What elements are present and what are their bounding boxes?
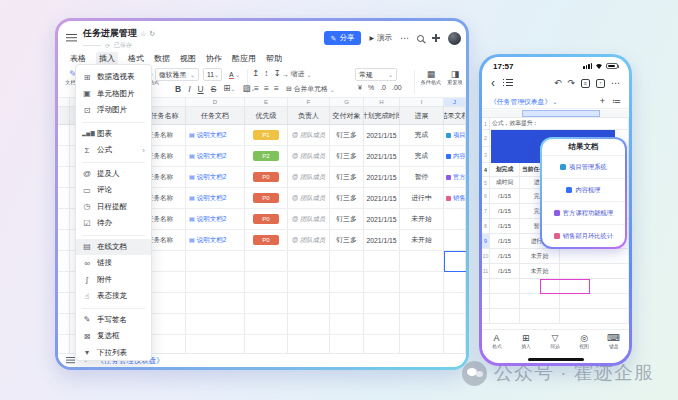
app-menu-icon[interactable] [66, 33, 77, 43]
percent-button[interactable]: % [368, 84, 374, 91]
result-doc-link[interactable]: 项目管理系统 [542, 156, 625, 179]
result-doc-link[interactable] [444, 230, 466, 250]
result-doc-link[interactable]: 官方课程功能梳理 [444, 167, 466, 187]
phone-empty-row[interactable] [482, 294, 629, 309]
col-letter[interactable]: H [364, 98, 400, 106]
corner-cell[interactable] [58, 98, 70, 106]
task-doc-link[interactable]: ▤说明文档2 [186, 188, 245, 208]
format-button[interactable]: A格式 [491, 333, 503, 352]
header-cell[interactable]: 任务文档 [186, 107, 245, 124]
task-doc-link[interactable]: ▤说明文档2 [186, 125, 245, 145]
menu-item-signature[interactable]: ✎手写签名 [76, 312, 151, 329]
menu-item-checkbox[interactable]: ⊠复选框 [76, 328, 151, 345]
menu-table[interactable]: 表格 [70, 53, 86, 64]
menu-item-pivot-table[interactable]: ⊞数据透视表 [76, 69, 151, 86]
result-doc-link[interactable]: 销售部月环比统计 [444, 188, 466, 208]
history-icon[interactable]: ↻ [149, 30, 155, 37]
currency-button[interactable]: ¥ [358, 84, 362, 91]
menu-item-reminder[interactable]: ◷日程提醒 [76, 199, 151, 216]
insert-button[interactable]: ⊞插入 [520, 333, 532, 352]
header-cell[interactable]: 结果文档 [444, 107, 466, 124]
selected-cell[interactable] [444, 251, 466, 272]
menu-item-online-doc[interactable]: ▤在线文档 [76, 239, 151, 256]
menu-format[interactable]: 格式 [128, 53, 144, 64]
phone-empty-row[interactable] [482, 309, 629, 324]
undo-icon[interactable]: ↶ [554, 79, 562, 88]
task-doc-link[interactable]: ▤说明文档2 [186, 209, 245, 229]
strikethrough-button[interactable]: S [211, 85, 217, 94]
borders-button[interactable]: ⊞⌄ [223, 84, 235, 94]
task-doc-link[interactable]: ▤说明文档2 [186, 146, 245, 166]
number-format-select[interactable]: 常规⌄ [355, 68, 397, 81]
phone-row[interactable]: 1 公式，效率提升： [482, 118, 629, 130]
menu-data[interactable]: 数据 [154, 53, 170, 64]
increase-decimal-button[interactable]: .00 [392, 84, 402, 91]
sheet-list-icon[interactable]: ≔ [612, 97, 621, 106]
header-cell[interactable]: 计划完成时间 [364, 107, 400, 124]
share-icon[interactable]: ↑ [596, 79, 605, 88]
result-doc-link[interactable]: 销售部月环比统计 [542, 225, 625, 247]
menu-item-dropdown-list[interactable]: ▾下拉列表 [76, 345, 151, 362]
align-left-icon[interactable]: ≡ [254, 84, 259, 93]
menu-item-todo[interactable]: ☑待办 [76, 215, 151, 232]
menu-coolapp[interactable]: 酷应用 [232, 53, 256, 64]
align-middle-icon[interactable]: ↕ [264, 69, 268, 78]
outline-icon[interactable] [503, 79, 513, 87]
more-button[interactable]: ⋯ [400, 34, 409, 43]
font-color-button[interactable]: A⌄ [226, 68, 243, 81]
menu-item-mention[interactable]: @提及人 [76, 166, 151, 183]
align-top-icon[interactable]: ↥ [252, 69, 259, 78]
decrease-decimal-button[interactable]: .0 [380, 84, 386, 91]
bold-button[interactable]: B [175, 85, 181, 94]
avatar[interactable] [448, 32, 461, 45]
header-cell[interactable]: 优先级 [245, 107, 288, 124]
menu-item-floating-image[interactable]: ⊡浮动图片 [76, 102, 151, 119]
col-letter[interactable]: I [400, 98, 444, 106]
result-doc-link[interactable]: 官方课程功能梳理 [542, 202, 625, 225]
menu-item-attachment[interactable]: ʃ附件 [76, 272, 151, 289]
col-letter-selected[interactable]: J [444, 98, 466, 106]
conditional-format-button[interactable]: ▦ 条件格式 [418, 69, 444, 88]
keyboard-button[interactable]: ⌨键盘 [607, 333, 620, 352]
col-letter[interactable]: E [245, 98, 288, 106]
result-doc-link[interactable]: 内容梳理 [444, 146, 466, 166]
menu-view[interactable]: 视图 [180, 53, 196, 64]
share-button[interactable]: ✎ 分享 [324, 31, 362, 45]
menu-item-chart[interactable]: ▂▅▇图表 [76, 126, 151, 143]
sheet-list-icon[interactable] [66, 357, 75, 364]
menu-help[interactable]: 帮助 [266, 53, 282, 64]
add-icon[interactable] [432, 34, 440, 42]
phone-sheet-tab[interactable]: 《任务管理仪表盘》 [490, 97, 551, 107]
header-cell[interactable]: 负责人 [288, 107, 330, 124]
align-bottom-icon[interactable]: ↧ [273, 69, 280, 78]
back-icon[interactable]: ‹ [491, 77, 495, 89]
menu-item-cell-image[interactable]: ▣单元格图片 [76, 86, 151, 103]
present-button[interactable]: ▶ 演示 [369, 33, 392, 43]
task-doc-link[interactable]: ▤说明文档2 [186, 230, 245, 250]
filter-button[interactable]: ▽ 筛选 [460, 69, 466, 88]
phone-selected-cell[interactable] [540, 279, 590, 294]
col-letter[interactable]: D [186, 98, 245, 106]
underline-button[interactable]: U [198, 85, 204, 94]
result-doc-link[interactable]: 内容梳理 [542, 179, 625, 202]
align-center-icon[interactable]: ≡ [264, 84, 269, 93]
filter-button[interactable]: ▽筛选 [549, 333, 561, 352]
add-sheet-icon[interactable]: + [600, 97, 605, 106]
menu-item-formula[interactable]: Σ公式› [76, 142, 151, 159]
view-button[interactable]: ◎视图 [578, 333, 590, 352]
task-doc-link[interactable]: ▤说明文档2 [186, 167, 245, 187]
menu-item-comment[interactable]: ▭评论 [76, 182, 151, 199]
find-in-doc-icon[interactable]: ≡ [581, 79, 590, 88]
star-icon[interactable]: ☆ [140, 30, 146, 37]
menu-item-link[interactable]: ∞链接 [76, 255, 151, 272]
result-doc-link[interactable] [444, 209, 466, 229]
align-right-icon[interactable]: ≡ [274, 84, 279, 93]
font-select[interactable]: 微软雅黑⌄ [155, 68, 199, 81]
result-doc-link[interactable]: 项目管理系统 [444, 125, 466, 145]
header-cell[interactable]: 进展 [400, 107, 444, 124]
more-icon[interactable]: ⋯ [611, 79, 620, 88]
italic-button[interactable]: I [188, 85, 190, 94]
col-letter[interactable]: G [330, 98, 364, 106]
header-cell[interactable]: 交付对象 [330, 107, 364, 124]
phone-row[interactable]: 11 /1/15未开始 [482, 264, 629, 279]
